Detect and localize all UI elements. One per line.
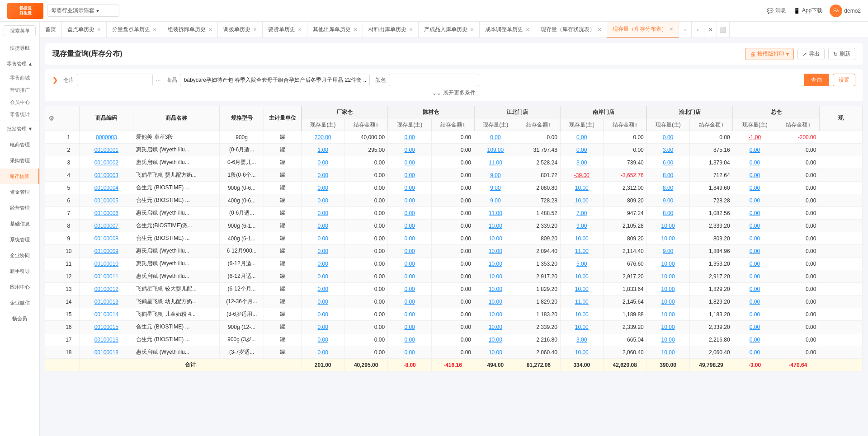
tab-close-stock-dist[interactable]: ✕ [670,27,673,32]
page-actions: 🖨 按模版打印 ▾ ↗ 导出 ↻ 刷新 [745,48,855,60]
jiangbei-amount-header: 结存金额ℹ [517,119,560,131]
tab-close-assemble[interactable]: ✕ [208,27,212,32]
sidebar-item-retail-manage[interactable]: 零售管理 ▲ [0,56,39,72]
sidebar-item-inventory[interactable]: 库存核算 [0,169,39,184]
tab-partial-count[interactable]: 分量盘点单历史 ✕ [107,22,162,38]
sidebar-sub-marketing[interactable]: 营销推广 [0,84,39,96]
tab-close-transfer[interactable]: ✕ [253,27,257,32]
tab-nav-close[interactable]: ✕ [704,22,717,38]
avatar: Ea [830,5,842,17]
info-icon[interactable]: ℹ [376,122,378,127]
sidebar-item-corp-wechat[interactable]: 企业微信 [0,295,39,311]
tab-close-requisition[interactable]: ✕ [298,27,302,32]
info-icon[interactable]: ℹ [463,122,465,127]
sidebar-item-basic[interactable]: 基础信息 [0,216,39,232]
tab-assemble[interactable]: 组装拆卸单历史 ✕ [162,22,218,38]
tab-cost-adjust[interactable]: 成本调整单历史 ✕ [480,22,535,38]
logo: 畅捷通好生意 [7,3,43,19]
settings-btn[interactable]: 设置 [833,74,855,86]
table-row: 1700100016合生元 (BIOSTIME) ...900g (3岁...罐… [45,333,863,346]
tab-transfer[interactable]: 调拨单历史 ✕ [218,22,263,38]
page-content: 现存量查询(库存分布) 🖨 按模版打印 ▾ ↗ 导出 ↻ 刷新 [40,38,868,436]
sidebar-sub-retail-stats[interactable]: 零售统计 [0,108,39,121]
print-btn[interactable]: 🖨 按模版打印 ▾ [745,48,794,60]
table-wrapper[interactable]: ⚙ 商品编码 商品名称 规格型号 主计量单位 厂家仓 陈村仓 江北门店 南岸门店 [45,106,863,371]
table-row: 1000100009惠氏启赋 (Wyeth illu...6-12月900...… [45,245,863,258]
sidebar-item-finance[interactable]: 资金管理 [0,184,39,200]
table-row: 10000003爱他美 卓萃3段900g罐200.0040,000.000.00… [45,131,863,144]
sidebar-item-operation[interactable]: 经营管理 [0,200,39,216]
sidebar-item-quick-nav[interactable]: 快捷导航 [0,40,39,56]
table-row: 800100007合生元(BIOSTIME)派...900g (6-1...罐0… [45,220,863,232]
refresh-btn[interactable]: ↻ 刷新 [828,48,855,60]
industry-select[interactable]: 母婴行业演示陈套 ▾ [47,5,119,17]
chen-warehouse-header: 陈村仓 [388,106,474,119]
sidebar-item-ecommerce[interactable]: 电商管理 [0,137,39,153]
app-download-btn[interactable]: 📱 App下载 [793,7,822,14]
tab-nav-next[interactable]: › [692,22,704,38]
tab-current-stock[interactable]: 现存量（库存状况表） ✕ [535,22,607,38]
tab-product-in[interactable]: 产成品入库单历史 ✕ [419,22,480,38]
tab-close-partial-count[interactable]: ✕ [153,27,156,32]
table-row: 1800100018惠氏启赋 (Wyeth illu...(3-7岁适...罐0… [45,346,863,359]
chevron-down-icon: ▾ [786,51,789,57]
tab-home[interactable]: 首页 [40,22,62,38]
name-col-header: 商品名称 [133,106,220,131]
tab-nav-expand[interactable]: ⬜ [717,22,730,38]
warehouse-input[interactable] [77,74,153,86]
tab-inventory-count[interactable]: 盘点单历史 ✕ [62,22,107,38]
filter-row-1: ❯ 仓库 ··· 商品 颜色 查询 [52,74,855,86]
yubei-qty-header: 现存量(主) [646,119,689,131]
summary-row: 合计201.0040,295.00-8.00-416.16494.0081,27… [45,359,863,371]
gear-icon[interactable]: ⚙ [48,115,54,122]
spec-col-header: 规格型号 [220,106,264,131]
tab-close-material-out[interactable]: ✕ [409,27,413,32]
sidebar-sub-retail-shop[interactable]: 零售商城 [0,72,39,84]
table-row: 600100005合生元 (BIOSTIME) ...400g (0-6...罐… [45,194,863,207]
chevron-down-icon: ⌄⌄ [432,90,441,96]
sidebar-item-guide[interactable]: 新手引导 [0,263,39,279]
info-icon[interactable]: ℹ [808,122,810,127]
tab-close-other-out[interactable]: ✕ [354,27,357,32]
message-btn[interactable]: 💬 消息 [767,7,786,14]
tab-requisition[interactable]: 要货单历史 ✕ [263,22,307,38]
sidebar-item-corp[interactable]: 企业协同 [0,248,39,263]
expand-more-btn[interactable]: ⌄⌄ 展开更多条件 [52,89,855,97]
tab-stock-dist[interactable]: 现存量（库存分布表） ✕ [607,22,679,38]
sidebar-item-wholesale[interactable]: 批发管理 ▼ [0,121,39,137]
refresh-icon: ↻ [833,51,838,57]
tab-close-current-stock[interactable]: ✕ [598,27,601,32]
collapse-arrow[interactable]: ❯ [52,76,58,84]
info-icon[interactable]: ℹ [635,122,637,127]
tab-close-inventory-count[interactable]: ✕ [97,27,101,32]
chen-qty-header: 现存量(主) [388,119,432,131]
sidebar-item-app-center[interactable]: 应用中心 [0,279,39,295]
logo-area: 畅捷通好生意 母婴行业演示陈套 ▾ [7,3,119,19]
user-area[interactable]: Ea demo2 [830,5,861,17]
sidebar-item-system[interactable]: 系统管理 [0,232,39,248]
sidebar-item-purchase[interactable]: 采购管理 [0,153,39,169]
tab-other-out[interactable]: 其他出库单历史 ✕ [307,22,363,38]
tab-close-product-in[interactable]: ✕ [470,27,474,32]
filter-warehouse: 仓库 ··· [63,74,161,86]
unit-col-header: 主计量单位 [264,106,302,131]
product-input[interactable] [180,74,370,86]
tab-material-out[interactable]: 材料出库单历史 ✕ [363,22,419,38]
tab-close-cost-adjust[interactable]: ✕ [526,27,529,32]
sidebar-item-member2[interactable]: 畅会员 [0,311,39,327]
info-icon[interactable]: ℹ [722,122,723,127]
sidebar-sub-member[interactable]: 会员中心 [0,96,39,108]
warehouse-more-btn[interactable]: ··· [156,76,161,84]
table-row: 1100100010惠氏启赋 (Wyeth illu...(6-12月适...罐… [45,258,863,270]
color-input[interactable] [389,74,479,86]
page-header: 现存量查询(库存分布) 🖨 按模版打印 ▾ ↗ 导出 ↻ 刷新 [45,43,863,65]
search-btn[interactable]: 查询 [804,74,829,86]
export-btn[interactable]: ↗ 导出 [797,48,825,60]
message-icon: 💬 [767,8,774,14]
table-row: 900100008合生元 (BIOSTIME) ...400g (6-1...罐… [45,232,863,245]
search-input[interactable] [4,25,36,36]
tab-nav-prev[interactable]: ‹ [679,22,692,38]
sidebar-group-retail: 零售管理 ▲ 零售商城 营销推广 会员中心 零售统计 [0,56,39,121]
info-icon[interactable]: ℹ [549,122,551,127]
chen-amount-header: 结存金额ℹ [432,119,474,131]
